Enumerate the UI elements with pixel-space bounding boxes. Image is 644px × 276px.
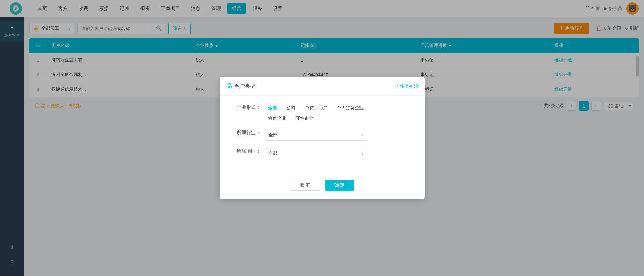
region-dropdown-icon: ∨ — [361, 151, 364, 156]
enterprise-option-company[interactable]: 公司 — [283, 104, 299, 112]
industry-form-row: 所属行业： 全部 ∨ — [230, 129, 415, 141]
modal-reset-button[interactable]: ↺ 恢复初始 — [395, 83, 418, 89]
enterprise-options: 全部 公司 个体工商户 个人独资企业 合伙企业 其他企业 — [265, 104, 415, 122]
region-form-row: 所属地区： 全部 ∨ — [230, 148, 415, 159]
enterprise-option-list-2: 合伙企业 其他企业 — [265, 114, 415, 122]
region-value: 全部 ∨ — [265, 148, 415, 159]
region-select-text: 全部 — [268, 150, 277, 156]
modal-title-text: 客户类型 — [235, 83, 255, 89]
region-label: 所属地区： — [230, 148, 261, 154]
cancel-button[interactable]: 取 消 — [290, 180, 320, 191]
modal-title-icon: 品 — [226, 83, 232, 90]
reset-icon: ↺ — [395, 84, 399, 89]
industry-select[interactable]: 全部 ∨ — [265, 129, 367, 141]
modal-title: 品 客户类型 — [226, 83, 255, 90]
confirm-button[interactable]: 确 定 — [325, 180, 355, 191]
enterprise-option-all[interactable]: 全部 — [265, 104, 280, 112]
enterprise-label: 企业形式： — [230, 104, 261, 111]
enterprise-option-other[interactable]: 其他企业 — [292, 114, 317, 122]
enterprise-option-list: 全部 公司 个体工商户 个人独资企业 — [265, 104, 415, 112]
region-select[interactable]: 全部 ∨ — [265, 148, 367, 159]
modal-footer: 取 消 确 定 — [220, 174, 425, 199]
industry-label: 所属行业： — [230, 129, 261, 136]
enterprise-option-individual[interactable]: 个体工商户 — [302, 104, 331, 112]
modal-header: 品 客户类型 ↺ 恢复初始 — [220, 77, 425, 96]
customer-type-modal: 品 客户类型 ↺ 恢复初始 企业形式： 全部 公司 个体工商户 个人独资企业 — [220, 77, 425, 199]
enterprise-option-sole[interactable]: 个人独资企业 — [333, 104, 367, 112]
enterprise-option-partnership[interactable]: 合伙企业 — [265, 114, 289, 122]
industry-select-text: 全部 — [268, 132, 277, 138]
reset-label: 恢复初始 — [400, 83, 418, 89]
modal-overlay: 品 客户类型 ↺ 恢复初始 企业形式： 全部 公司 个体工商户 个人独资企业 — [0, 0, 644, 276]
industry-dropdown-icon: ∨ — [361, 133, 364, 137]
industry-value: 全部 ∨ — [265, 129, 415, 141]
modal-body: 企业形式： 全部 公司 个体工商户 个人独资企业 合伙企业 其他企业 所属行业： — [220, 96, 425, 174]
enterprise-form-row: 企业形式： 全部 公司 个体工商户 个人独资企业 合伙企业 其他企业 — [230, 104, 415, 122]
